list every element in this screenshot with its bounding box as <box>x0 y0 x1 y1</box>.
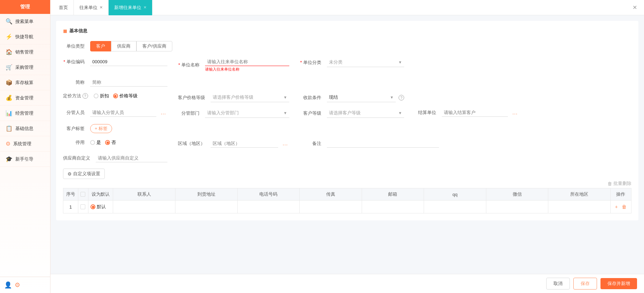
sidebar-item-basic[interactable]: 📋 基础信息 <box>0 121 50 136</box>
close-all-tabs[interactable]: ✕ <box>628 4 641 11</box>
region-more[interactable]: … <box>281 140 289 147</box>
payment-terms-select[interactable]: 现结 ▼ <box>327 93 396 102</box>
row-fax[interactable] <box>300 201 362 213</box>
sidebar-item-search[interactable]: 🔍 搜索菜单 <box>0 14 50 29</box>
sidebar-item-purchase[interactable]: 🛒 采购管理 <box>0 60 50 75</box>
customer-level-select[interactable]: 请选择客户等级 ▼ <box>327 108 404 118</box>
supplier-custom-input[interactable] <box>96 154 167 162</box>
sidebar-item-finance[interactable]: 💰 资金管理 <box>0 90 50 106</box>
row-checkbox-cell <box>78 201 88 213</box>
short-name-input[interactable] <box>90 78 167 87</box>
dept-select[interactable]: 请输入分管部门 ▼ <box>205 108 289 118</box>
custom-settings-button[interactable]: ⚙ 自定义项设置 <box>63 169 105 179</box>
sidebar-bottom: 👤 ⚙ <box>0 277 50 293</box>
row-address-input[interactable] <box>178 205 235 210</box>
dept-placeholder: 请输入分管部门 <box>207 110 239 116</box>
sidebar-item-system[interactable]: ⚙ 系统管理 <box>0 136 50 152</box>
disabled-label: 停用 <box>63 139 87 146</box>
home-icon: 🏠 <box>6 49 13 55</box>
row-contact-input[interactable] <box>115 205 173 210</box>
row-phone[interactable] <box>237 201 300 213</box>
type-btn-customer[interactable]: 客户 <box>90 41 111 51</box>
help-icon[interactable]: ? <box>83 93 88 99</box>
cancel-button[interactable]: 取消 <box>546 278 570 290</box>
unit-name-label: * 单位名称 <box>178 62 202 68</box>
row-checkbox[interactable] <box>80 204 85 209</box>
price-level-select[interactable]: 请选择客户价格等级 ▼ <box>211 93 289 102</box>
row-qq-input[interactable] <box>426 205 484 210</box>
chevron-down-icon: ▼ <box>398 60 402 64</box>
type-btn-both[interactable]: 客户/供应商 <box>136 41 172 51</box>
disabled-no[interactable]: 否 <box>105 139 116 146</box>
row-action: + 🗑 <box>610 201 631 213</box>
chevron-down-icon4: ▼ <box>283 111 287 115</box>
row-area[interactable] <box>548 201 611 213</box>
batch-delete-button[interactable]: 🗑 批量删除 <box>607 180 631 187</box>
row-contact[interactable] <box>113 201 175 213</box>
select-all-checkbox[interactable] <box>80 192 85 197</box>
supplier-custom-field: 供应商自定义 <box>63 154 167 162</box>
col-address: 到货地址 <box>175 188 238 201</box>
row-phone-input[interactable] <box>240 205 298 210</box>
unit-name-input[interactable] <box>205 58 289 66</box>
settings-icon[interactable]: ⚙ <box>15 281 20 289</box>
manager-row: 分管人员 … 分管部门 请输入分管部门 ▼ 客户等级 请选择客户等级 ▼ <box>63 108 631 118</box>
sidebar-item-label: 资金管理 <box>15 95 33 101</box>
shortname-row: 简称 <box>63 78 631 87</box>
sidebar-item-quicknav[interactable]: ⚡ 快捷导航 <box>0 29 50 44</box>
help-icon2[interactable]: ? <box>399 95 404 100</box>
manager-more[interactable]: … <box>159 109 167 116</box>
sidebar-item-sales[interactable]: 🏠 销售管理 <box>0 44 50 60</box>
sidebar-item-newbie[interactable]: 🎓 新手引导 <box>0 152 50 167</box>
settlement-field: 结算单位 … <box>415 108 519 117</box>
sidebar: 管理 🔍 搜索菜单 ⚡ 快捷导航 🏠 销售管理 🛒 采购管理 📦 库存核算 💰 … <box>0 0 50 293</box>
delete-row-button[interactable]: 🗑 <box>620 203 628 210</box>
add-row-button[interactable]: + <box>614 203 619 210</box>
tab-new-contact-close[interactable]: ✕ <box>143 5 147 10</box>
row-address[interactable] <box>175 201 238 213</box>
sidebar-item-label: 系统管理 <box>13 141 31 147</box>
row-qq[interactable] <box>424 201 486 213</box>
table-row: 1 默认 <box>63 201 631 213</box>
remark-input[interactable] <box>327 139 439 148</box>
row-fax-input[interactable] <box>302 205 360 210</box>
row-wechat-input[interactable] <box>488 205 546 210</box>
add-tag-button[interactable]: + 标签 <box>90 124 112 133</box>
tab-new-contact[interactable]: 新增往来单位 ✕ <box>109 0 152 15</box>
unit-category-select[interactable]: 未分类 ▼ <box>327 58 404 67</box>
tag-field: 客户标签 + 标签 <box>63 124 167 133</box>
tab-contacts-close[interactable]: ✕ <box>100 5 103 10</box>
save-button[interactable]: 保存 <box>573 278 597 290</box>
type-btn-supplier[interactable]: 供应商 <box>111 41 136 51</box>
tab-home[interactable]: 首页 <box>53 0 74 15</box>
sidebar-item-label: 快捷导航 <box>15 34 33 40</box>
default-radio[interactable]: 默认 <box>91 204 111 210</box>
pricing-method-label: 定价方法 ? <box>63 93 91 99</box>
tag-label: 客户标签 <box>63 125 87 132</box>
supplier-custom-row: 供应商自定义 <box>63 154 631 162</box>
settlement-more[interactable]: … <box>511 109 519 116</box>
unit-code-input[interactable] <box>90 58 167 66</box>
manager-input[interactable] <box>90 108 156 117</box>
region-input[interactable] <box>211 139 278 148</box>
settlement-input[interactable] <box>442 108 508 117</box>
col-email: 邮箱 <box>362 188 424 201</box>
user-icon[interactable]: 👤 <box>4 281 12 289</box>
box-icon: 📦 <box>6 79 13 86</box>
row-wechat[interactable] <box>486 201 548 213</box>
basic-info-card: ◼ 基本信息 单位类型 客户 供应商 客户/供应商 * <box>56 21 638 220</box>
disabled-yes[interactable]: 是 <box>90 139 101 146</box>
manager-label: 分管人员 <box>63 109 87 116</box>
pricing-discount[interactable]: 折扣 <box>94 93 109 99</box>
sidebar-item-operation[interactable]: 📊 经营管理 <box>0 106 50 121</box>
radio-price-level <box>113 93 118 98</box>
pricing-price-level[interactable]: 价格等级 <box>113 93 138 99</box>
tab-contacts[interactable]: 往来单位 ✕ <box>74 0 109 15</box>
save-and-new-button[interactable]: 保存并新增 <box>600 278 637 289</box>
sidebar-item-label: 搜索菜单 <box>15 18 33 25</box>
row-email-input[interactable] <box>364 205 422 210</box>
row-area-input[interactable] <box>550 205 608 210</box>
manager-field: 分管人员 … <box>63 108 167 117</box>
sidebar-item-inventory[interactable]: 📦 库存核算 <box>0 75 50 90</box>
row-email[interactable] <box>362 201 424 213</box>
